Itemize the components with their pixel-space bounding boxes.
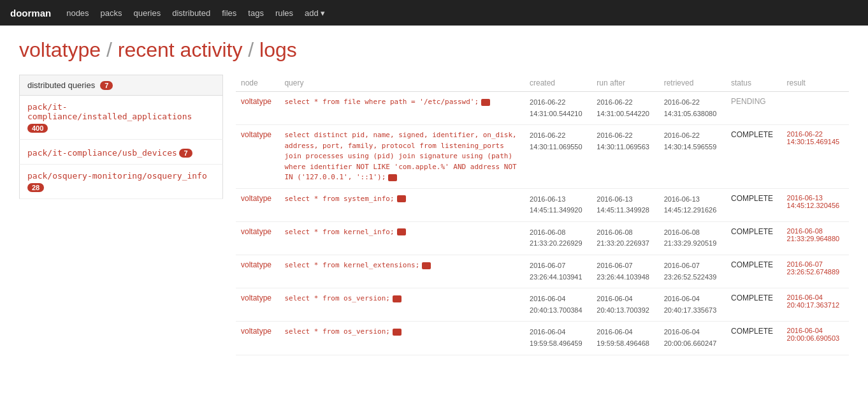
nav-packs[interactable]: packs [101, 8, 122, 18]
cell-status: COMPLETE [726, 188, 782, 221]
col-run-after: run after [591, 75, 658, 92]
table-icon[interactable] [393, 329, 401, 336]
cell-retrieved: 2016-06-2214:30:14.596559 [659, 125, 726, 189]
cell-run-after: 2016-06-0420:40:13.700392 [591, 288, 658, 322]
table-icon[interactable] [388, 174, 397, 181]
sidebar-item-osquery-info-link[interactable]: pack/osquery-monitoring/osquery_info [27, 171, 207, 181]
cell-node[interactable]: voltatype [236, 322, 279, 355]
cell-node[interactable]: voltatype [236, 188, 279, 221]
cell-run-after: 2016-06-2214:31:00.544220 [591, 92, 658, 125]
nav-queries[interactable]: queries [134, 8, 161, 18]
cell-retrieved: 2016-06-0420:00:06.660247 [659, 322, 726, 355]
cell-query: select * from file where path = '/etc/pa… [279, 92, 524, 125]
cell-retrieved: 2016-06-0821:33:29.920519 [659, 221, 726, 255]
table-icon[interactable] [481, 99, 490, 106]
cell-retrieved: 2016-06-1314:45:12.291626 [659, 188, 726, 221]
nav-nodes[interactable]: nodes [66, 8, 89, 18]
cell-run-after: 2016-06-2214:30:11.069563 [591, 125, 658, 189]
col-node: node [236, 75, 279, 92]
nav-add[interactable]: add [305, 8, 325, 18]
table-icon[interactable] [397, 195, 406, 202]
logs-table: node query created run after retrieved s… [236, 75, 849, 355]
cell-result[interactable]: 2016-06-0420:40:17.363712 [782, 288, 849, 322]
breadcrumb-part3: logs [259, 38, 297, 61]
col-retrieved: retrieved [659, 75, 726, 92]
sidebar-item-usb-devices[interactable]: pack/it-compliance/usb_devices 7 [19, 140, 223, 165]
navbar: doorman nodes packs queries distributed … [0, 0, 868, 26]
cell-result[interactable]: 2016-06-0821:33:29.964880 [782, 221, 849, 255]
cell-created: 2016-06-0419:59:58.496459 [524, 322, 591, 355]
table-row: voltatypeselect * from system_info;2016-… [236, 188, 849, 221]
cell-retrieved: 2016-06-0420:40:17.335673 [659, 288, 726, 322]
cell-query: select * from os_version; [279, 322, 524, 355]
nav-distributed[interactable]: distributed [172, 8, 210, 18]
cell-status: COMPLETE [726, 125, 782, 189]
cell-run-after: 2016-06-1314:45:11.349928 [591, 188, 658, 221]
nav-rules[interactable]: rules [275, 8, 293, 18]
content-area: distributed queries 7 pack/it-compliance… [19, 75, 849, 355]
nav-brand[interactable]: doorman [10, 8, 51, 19]
cell-run-after: 2016-06-0419:59:58.496468 [591, 322, 658, 355]
nav-files[interactable]: files [222, 8, 236, 18]
table-row: voltatypeselect * from os_version;2016-0… [236, 322, 849, 355]
table-row: voltatypeselect * from kernel_info;2016-… [236, 221, 849, 255]
cell-created: 2016-06-0420:40:13.700384 [524, 288, 591, 322]
cell-result [782, 92, 849, 125]
cell-status: COMPLETE [726, 255, 782, 288]
cell-query: select * from os_version; [279, 288, 524, 322]
page-title: voltatype / recent activity / logs [19, 38, 849, 62]
main-content: node query created run after retrieved s… [236, 75, 849, 355]
cell-retrieved: 2016-06-0723:26:52.522439 [659, 255, 726, 288]
table-icon[interactable] [422, 262, 431, 269]
cell-run-after: 2016-06-0723:26:44.103948 [591, 255, 658, 288]
cell-status: COMPLETE [726, 288, 782, 322]
cell-run-after: 2016-06-0821:33:20.226937 [591, 221, 658, 255]
cell-status: COMPLETE [726, 322, 782, 355]
breadcrumb-part1: voltatype [19, 38, 101, 61]
cell-query: select * from kernel_info; [279, 221, 524, 255]
col-created: created [524, 75, 591, 92]
table-row: voltatypeselect * from kernel_extensions… [236, 255, 849, 288]
sidebar-item-installed-apps-badge: 400 [27, 124, 48, 133]
table-row: voltatypeselect distinct pid, name, sign… [236, 125, 849, 189]
sidebar-item-usb-devices-link[interactable]: pack/it-compliance/usb_devices [27, 148, 177, 158]
cell-result[interactable]: 2016-06-1314:45:12.320456 [782, 188, 849, 221]
table-icon[interactable] [393, 295, 401, 302]
sidebar-item-osquery-info[interactable]: pack/osquery-monitoring/osquery_info 28 [19, 165, 223, 199]
table-header-row: node query created run after retrieved s… [236, 75, 849, 92]
breadcrumb-sep1: / [101, 38, 118, 61]
sidebar: distributed queries 7 pack/it-compliance… [19, 75, 223, 355]
nav-tags[interactable]: tags [248, 8, 264, 18]
cell-result[interactable]: 2016-06-2214:30:15.469145 [782, 125, 849, 189]
cell-status: PENDING [726, 92, 782, 125]
cell-node[interactable]: voltatype [236, 125, 279, 189]
table-row: voltatypeselect * from file where path =… [236, 92, 849, 125]
sidebar-item-installed-apps[interactable]: pack/it-compliance/installed_application… [19, 96, 223, 140]
cell-created: 2016-06-0723:26:44.103941 [524, 255, 591, 288]
cell-created: 2016-06-2214:30:11.069550 [524, 125, 591, 189]
cell-node[interactable]: voltatype [236, 92, 279, 125]
cell-created: 2016-06-2214:31:00.544210 [524, 92, 591, 125]
table-icon[interactable] [397, 228, 406, 235]
cell-result[interactable]: 2016-06-0723:26:52.674889 [782, 255, 849, 288]
sidebar-section-badge: 7 [100, 81, 113, 90]
cell-node[interactable]: voltatype [236, 255, 279, 288]
col-query: query [279, 75, 524, 92]
sidebar-section-label: distributed queries [27, 80, 95, 90]
cell-query: select * from system_info; [279, 188, 524, 221]
breadcrumb-sep2: / [242, 38, 259, 61]
sidebar-item-osquery-info-badge: 28 [27, 183, 44, 192]
cell-query: select distinct pid, name, signed, ident… [279, 125, 524, 189]
cell-retrieved: 2016-06-2214:31:05.638080 [659, 92, 726, 125]
cell-node[interactable]: voltatype [236, 288, 279, 322]
sidebar-section-title: distributed queries 7 [19, 75, 223, 96]
col-result: result [782, 75, 849, 92]
cell-created: 2016-06-0821:33:20.226929 [524, 221, 591, 255]
breadcrumb-part2: recent activity [118, 38, 243, 61]
cell-status: COMPLETE [726, 221, 782, 255]
cell-node[interactable]: voltatype [236, 221, 279, 255]
sidebar-item-installed-apps-link[interactable]: pack/it-compliance/installed_application… [27, 102, 192, 121]
cell-result[interactable]: 2016-06-0420:00:06.690503 [782, 322, 849, 355]
col-status: status [726, 75, 782, 92]
page: voltatype / recent activity / logs distr… [0, 26, 868, 368]
